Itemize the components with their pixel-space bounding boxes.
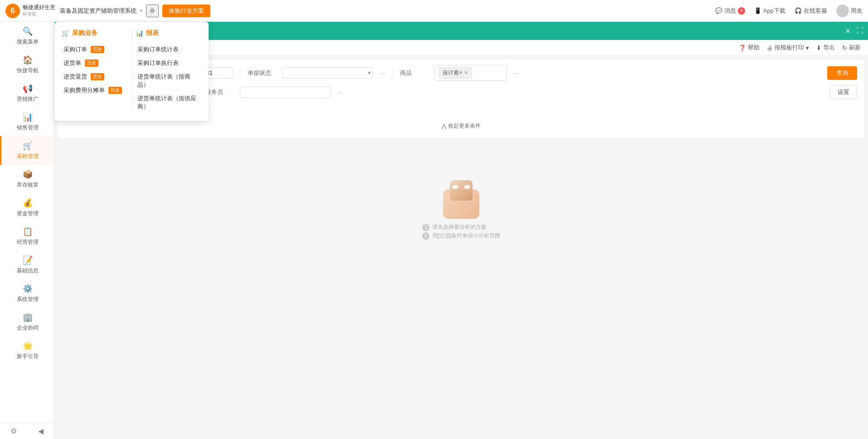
history-badge-0: 历史: [91, 46, 104, 53]
report-menu-item-1[interactable]: 采购订单执行表: [136, 56, 202, 70]
status-select-wrap: ▾: [282, 67, 373, 79]
salesperson-dots[interactable]: ···: [338, 89, 343, 96]
online-service-action[interactable]: 🎧 在线客服: [795, 7, 827, 15]
set-btn[interactable]: 设置: [830, 85, 857, 99]
sidebar-icon-search: 🔍: [23, 26, 33, 36]
sidebar-collapse-btn[interactable]: ◀: [38, 427, 44, 435]
sidebar-label-marketing: 营销推广: [17, 95, 39, 103]
purchase-menu-icon: 🛒: [62, 30, 69, 37]
settings-btn[interactable]: ⚙: [146, 5, 159, 17]
dropdown-menu: 🛒 采购业务 采购订单 历史 进货单 历史 进货退货 历史 采购费用分摊单 历史…: [54, 22, 209, 121]
export-icon: ⬇: [816, 44, 821, 51]
tab-fullscreen-btn[interactable]: ⛶: [855, 26, 864, 36]
report-menu-item-0[interactable]: 采购订单统计表: [136, 43, 202, 56]
history-badge-1: 历史: [85, 59, 98, 67]
sidebar-item-enterprise[interactable]: 🏢 企业协同: [0, 308, 54, 336]
goods-tag: 设计素× ✕: [439, 67, 472, 79]
sidebar-label-sales: 销售管理: [17, 124, 39, 132]
sidebar-label-search: 搜索菜单: [17, 38, 39, 46]
purchase-item-label-2: 进货退货: [63, 73, 87, 81]
sidebar-item-quick[interactable]: 🏠 快捷导航: [0, 50, 54, 79]
help-icon: ❓: [739, 44, 746, 51]
sidebar-item-inventory[interactable]: 📦 库存核算: [0, 165, 54, 193]
sidebar-label-enterprise: 企业协同: [17, 324, 39, 332]
system-title-arrow[interactable]: ▾: [140, 8, 142, 13]
sidebar-icon-guide: 🌟: [23, 341, 33, 351]
purchase-menu-item-0[interactable]: 采购订单 历史: [62, 43, 128, 56]
query-buttons: 查询: [827, 66, 857, 80]
goods-input-area[interactable]: 设计素× ✕: [434, 65, 507, 81]
report-menu-item-3[interactable]: 进货单统计表（按供应商）: [136, 92, 202, 113]
purchase-menu-item-1[interactable]: 进货单 历史: [62, 56, 128, 70]
top-right: 💬 消息 9 📱 App下载 🎧 在线客服 用友: [715, 5, 863, 17]
menu-purchase-title: 🛒 采购业务: [62, 29, 128, 37]
purchase-menu-item-2[interactable]: 进货退货 历史: [62, 70, 128, 84]
collapse-btn[interactable]: ⋀ 收起更多条件: [442, 122, 481, 130]
help-btn[interactable]: ❓ 帮助: [739, 44, 760, 52]
sidebar-item-sales[interactable]: 📊 销售管理: [0, 108, 54, 136]
status-arrow: ▾: [368, 69, 371, 76]
hint-2: 2 用[过滤]条件来缩小分析范围: [422, 232, 501, 240]
hint-1: 1 请先选择要分析的方案: [422, 223, 501, 231]
sidebar-item-capital[interactable]: 💰 资金管理: [0, 193, 54, 222]
message-action[interactable]: 💬 消息 9: [715, 7, 745, 15]
report-item-label-2: 进货单统计表（按商品）: [137, 73, 200, 89]
sidebar-label-quick: 快捷导航: [17, 67, 39, 74]
print-arrow[interactable]: ▾: [806, 44, 809, 51]
purchase-item-label-3: 采购费用分摊单: [63, 86, 105, 94]
sidebar-item-guide[interactable]: 🌟 新手引导: [0, 336, 54, 365]
phone-icon: 📱: [754, 7, 761, 14]
goods-dots[interactable]: ···: [514, 69, 519, 76]
sidebar-settings-btn[interactable]: ⚙: [10, 427, 17, 435]
logo-sub: 标准版: [23, 11, 55, 17]
robot-eye-left: [453, 185, 458, 189]
history-badge-3: 历史: [108, 87, 122, 94]
industry-btn[interactable]: 体验行业方案: [162, 5, 210, 17]
sidebar-item-search[interactable]: 🔍 搜索菜单: [0, 22, 54, 50]
sidebar: 🔍 搜索菜单 🏠 快捷导航 📢 营销推广 📊 销售管理 🛒 采购管理 📦 库存核…: [0, 22, 54, 439]
sep1: [240, 69, 240, 78]
export-btn[interactable]: ⬇ 导出: [816, 44, 835, 52]
print-btn[interactable]: 🖨 按模板打印 ▾: [767, 44, 809, 52]
collapse-row: ⋀ 收起更多条件: [65, 119, 857, 133]
report-menu-item-2[interactable]: 进货单统计表（按商品）: [136, 70, 202, 92]
sidebar-item-marketing[interactable]: 📢 营销推广: [0, 79, 54, 108]
sidebar-icon-enterprise: 🏢: [23, 312, 33, 322]
logo-name: 畅捷通好生意: [23, 4, 55, 11]
sidebar-item-operations[interactable]: 📋 经营管理: [0, 222, 54, 251]
sidebar-icon-quick: 🏠: [23, 55, 33, 65]
status-select[interactable]: [282, 67, 373, 79]
menu-report-title: 📊 报表: [136, 29, 202, 37]
menu-divider: [132, 29, 132, 113]
hint-num-2: 2: [422, 232, 429, 240]
purchase-menu-items: 采购订单 历史 进货单 历史 进货退货 历史 采购费用分摊单 历史: [62, 43, 128, 97]
goods-tag-close[interactable]: ✕: [464, 70, 468, 76]
sidebar-item-system[interactable]: ⚙️ 系统管理: [0, 279, 54, 308]
collapse-icon: ⋀: [442, 123, 446, 129]
purchase-menu-item-3[interactable]: 采购费用分摊单 历史: [62, 84, 128, 97]
sep2: [392, 69, 393, 78]
sidebar-icon-marketing: 📢: [23, 84, 33, 94]
status-dots[interactable]: ···: [380, 69, 385, 76]
report-item-label-0: 采购订单统计表: [137, 45, 179, 54]
salesperson-input[interactable]: [240, 87, 331, 98]
empty-hints: 1 请先选择要分析的方案 2 用[过滤]条件来缩小分析范围: [422, 222, 501, 241]
sidebar-label-capital: 资金管理: [17, 210, 39, 217]
sidebar-label-purchase: 采购管理: [17, 153, 39, 160]
empty-state: 1 请先选择要分析的方案 2 用[过滤]条件来缩小分析范围: [54, 142, 868, 277]
tab-close-all-btn[interactable]: ✕: [844, 26, 852, 36]
robot-head: [450, 180, 473, 201]
app-download-action[interactable]: 📱 App下载: [754, 7, 785, 15]
refresh-btn[interactable]: ↻ 刷新: [842, 44, 861, 52]
sidebar-icon-basic: 📝: [23, 255, 33, 265]
user-action[interactable]: 用友: [836, 5, 863, 17]
sidebar-icon-purchase: 🛒: [23, 141, 33, 151]
sidebar-label-inventory: 库存核算: [17, 181, 39, 189]
message-badge: 9: [738, 7, 745, 15]
purchase-item-label-1: 进货单: [63, 59, 81, 67]
sidebar-label-system: 系统管理: [17, 296, 39, 303]
query-btn[interactable]: 查询: [827, 66, 857, 80]
sidebar-item-purchase[interactable]: 🛒 采购管理: [0, 136, 54, 165]
sidebar-label-guide: 新手引导: [17, 353, 39, 360]
sidebar-item-basic[interactable]: 📝 基础信息: [0, 251, 54, 279]
